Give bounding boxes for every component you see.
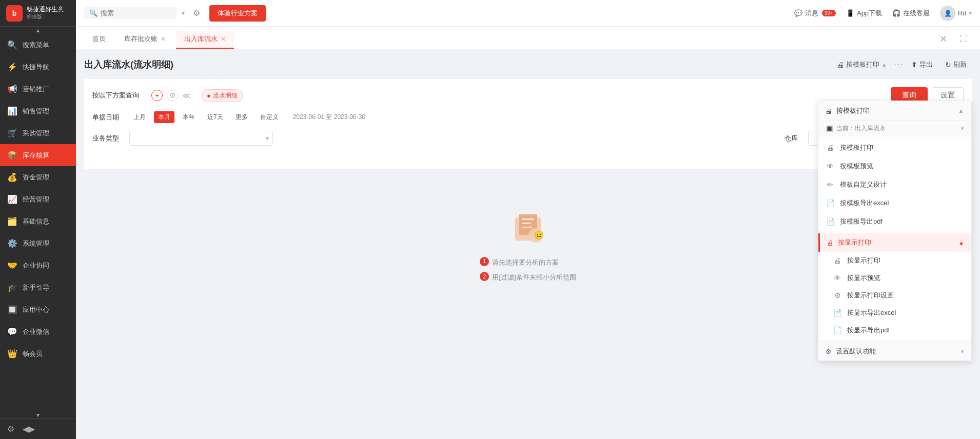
- operation-icon: 📈: [7, 194, 17, 204]
- sidebar-item-finance[interactable]: 💰 资金管理: [0, 166, 76, 188]
- filter-actions: + ⚙ ≪: [151, 90, 191, 101]
- sidebar-item-purchase[interactable]: 🛒 采购管理: [0, 122, 76, 144]
- app-logo: b 畅捷通好生意 标准版: [0, 0, 76, 27]
- customer-service-item[interactable]: 🎧 在线客服: [892, 9, 930, 18]
- sidebar-item-label: 采购管理: [23, 129, 49, 138]
- sidebar-item-label: 库存核算: [23, 151, 49, 160]
- svg-rect-4: [522, 227, 532, 228]
- search-chevron-icon[interactable]: ▾: [182, 10, 185, 17]
- refresh-label: 刷新: [953, 60, 967, 69]
- more-dots[interactable]: ···: [894, 60, 904, 69]
- sidebar-item-inventory[interactable]: 📦 库存核算: [0, 144, 76, 166]
- display-preview-label: 按显示预览: [847, 273, 880, 283]
- content-area: 出入库流水(流水明细) 🖨 按模板打印 ▲ ··· ⬆ 导出 ↻ 刷: [76, 49, 980, 439]
- tab-home[interactable]: 首页: [84, 30, 114, 49]
- dropdown-display-section-header[interactable]: 🖨 按显示打印 ▲: [818, 233, 971, 252]
- dropdown-template-preview[interactable]: 👁 按模板预览: [818, 157, 971, 175]
- sidebar-item-search[interactable]: 🔍 搜索菜单: [0, 34, 76, 56]
- divider-2: [818, 232, 971, 232]
- template-preview-label: 按模板预览: [840, 162, 873, 171]
- sidebar-item-label: 新手引导: [23, 283, 49, 292]
- app-download-item[interactable]: 📱 App下载: [846, 9, 882, 18]
- dropdown-footer[interactable]: ⚙ 设置默认功能 ▾: [818, 342, 971, 361]
- display-section-chevron: ▲: [958, 240, 964, 246]
- filter-collapse-icon[interactable]: ≪: [182, 91, 191, 101]
- sidebar-item-marketing[interactable]: 📢 营销推广: [0, 78, 76, 100]
- app-download-label: App下载: [857, 9, 882, 18]
- sidebar-item-collab[interactable]: 🤝 企业协同: [0, 254, 76, 276]
- guide-icon: 🎓: [7, 283, 17, 292]
- app-name: 畅捷通好生意: [27, 6, 64, 14]
- industry-solution-button[interactable]: 体验行业方案: [209, 5, 266, 22]
- date-filter-group: 上月 本月 本年 近7天 更多 自定义: [129, 111, 283, 123]
- filter-tag-label: 流水明细: [213, 91, 238, 100]
- tip-item-2: 2 用[过滤]条件来缩小分析范围: [480, 271, 576, 283]
- action-group: 🖨 按模板打印 ▲ ··· ⬆ 导出 ↻ 刷新: [832, 57, 972, 72]
- dropdown-display-export-excel[interactable]: 📄 按显示导出excel: [818, 304, 971, 322]
- message-item[interactable]: 💬 消息 99+: [794, 9, 836, 18]
- template-print-action[interactable]: 🖨 按模板打印 ▲: [832, 57, 892, 72]
- date-btn-this-year[interactable]: 本年: [179, 111, 199, 123]
- sidebar-item-operation[interactable]: 📈 经营管理: [0, 188, 76, 210]
- tab-close-all-icon[interactable]: ✕: [935, 31, 951, 47]
- filter-add-button[interactable]: +: [151, 90, 163, 101]
- tip-num-2: 2: [480, 272, 489, 281]
- date-btn-custom[interactable]: 自定义: [256, 111, 283, 123]
- dropdown-template-print[interactable]: 🖨 按模板打印: [818, 138, 971, 157]
- sidebar-item-guide[interactable]: 🎓 新手引导: [0, 276, 76, 298]
- current-icon: 🔳: [826, 125, 833, 132]
- user-name-label: Rit: [958, 9, 966, 17]
- dropdown-display-preview[interactable]: 👁 按显示预览: [818, 269, 971, 287]
- biz-type-select[interactable]: [129, 131, 273, 146]
- template-excel-label: 按模板导出excel: [840, 198, 889, 208]
- template-custom-label: 模板自定义设计: [840, 180, 887, 189]
- sidebar-item-app-center[interactable]: 🔲 应用中心: [0, 298, 76, 321]
- filter-settings-icon[interactable]: ⚙: [167, 90, 178, 101]
- svg-text:😐: 😐: [534, 230, 544, 240]
- date-btn-last-month[interactable]: 上月: [129, 111, 150, 123]
- sidebar-item-label: 销售管理: [23, 107, 49, 116]
- customer-service-icon: 🎧: [892, 9, 900, 17]
- topbar-search-input[interactable]: [101, 9, 162, 17]
- topbar-gear-icon[interactable]: ⚙: [193, 8, 200, 18]
- dropdown-display-print-settings[interactable]: ⚙ 按显示打印设置: [818, 287, 971, 304]
- export-action[interactable]: ⬆ 导出: [906, 57, 938, 72]
- dropdown-template-export-excel[interactable]: 📄 按模板导出excel: [818, 194, 971, 212]
- dropdown-template-custom[interactable]: ✏ 模板自定义设计: [818, 175, 971, 194]
- refresh-action[interactable]: ↻ 刷新: [940, 57, 972, 72]
- dropdown-display-print[interactable]: 🖨 按显示打印: [818, 252, 971, 269]
- dropdown-current-row: 🔳 当前：出入库流水 ▾: [818, 121, 971, 136]
- empty-state-icon: 😐: [507, 207, 548, 248]
- sidebar-item-member[interactable]: 👑 畅会员: [0, 343, 76, 365]
- logo-icon: b: [6, 5, 23, 22]
- sidebar-item-quick-nav[interactable]: ⚡ 快捷导航: [0, 56, 76, 78]
- tab-flow-close[interactable]: ✕: [221, 35, 226, 43]
- dropdown-template-export-pdf[interactable]: 📄 按模板导出pdf: [818, 212, 971, 231]
- dropdown-header[interactable]: 🖨 按模板打印 ▲: [818, 101, 971, 121]
- tab-batch-account[interactable]: 库存批次账 ✕: [116, 30, 174, 49]
- settings-bottom-icon[interactable]: ⚙: [7, 424, 14, 434]
- dropdown-display-export-pdf[interactable]: 📄 按显示导出pdf: [818, 322, 971, 339]
- collapse-sidebar-icon[interactable]: ◀▶: [23, 424, 35, 434]
- date-btn-this-month[interactable]: 本月: [154, 111, 174, 123]
- tab-batch-account-close[interactable]: ✕: [161, 35, 166, 43]
- sidebar-item-basic[interactable]: 🗂️ 基础信息: [0, 210, 76, 232]
- tab-flow[interactable]: 出入库流水 ✕: [176, 30, 234, 49]
- tip-item-1: 1 请先选择要分析的方案: [480, 256, 576, 268]
- tab-batch-account-label: 库存批次账: [124, 34, 158, 44]
- sidebar-item-weixin[interactable]: 💬 企业微信: [0, 321, 76, 343]
- tab-maximize-icon[interactable]: ⛶: [955, 32, 972, 46]
- sidebar-item-system[interactable]: ⚙️ 系统管理: [0, 232, 76, 254]
- date-range-label: 2023-06-01 至 2023-06-30: [293, 113, 365, 122]
- sidebar-item-sales[interactable]: 📊 销售管理: [0, 100, 76, 122]
- template-print-chevron: ▲: [881, 62, 887, 68]
- sidebar-item-label: 企业微信: [23, 327, 49, 336]
- sidebar-item-label: 企业协同: [23, 261, 49, 270]
- sales-icon: 📊: [7, 106, 17, 116]
- scroll-down-btn[interactable]: ▼: [0, 411, 76, 418]
- biz-type-label: 业务类型: [92, 134, 119, 143]
- scroll-up-btn[interactable]: ▲: [0, 27, 76, 34]
- date-btn-7days[interactable]: 近7天: [203, 111, 227, 123]
- user-profile-item[interactable]: 👤 Rit ▾: [940, 6, 972, 21]
- date-btn-more[interactable]: 更多: [231, 111, 252, 123]
